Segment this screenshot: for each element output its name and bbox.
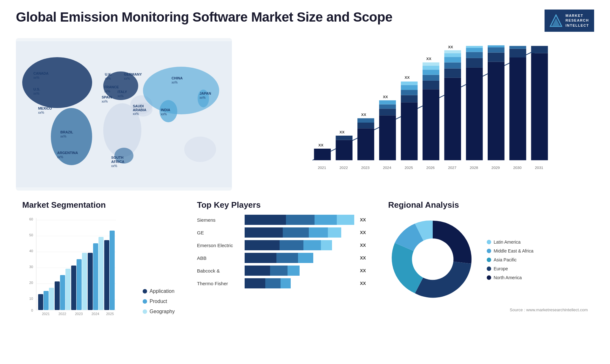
- map-label-argentina: ARGENTINA: [57, 151, 78, 155]
- dot-europe: [487, 266, 491, 271]
- svg-rect-37: [336, 136, 353, 140]
- player-row-siemens: Siemens XX: [197, 215, 366, 225]
- svg-text:xx%: xx%: [38, 111, 44, 114]
- svg-text:2031: 2031: [535, 165, 543, 170]
- dot-asia-pacific: [487, 258, 491, 262]
- map-label-france: FRANCE: [104, 85, 119, 89]
- svg-rect-60: [423, 75, 439, 81]
- legend-latin-america: Latin America: [487, 239, 533, 245]
- svg-rect-71: [444, 50, 461, 53]
- svg-point-8: [143, 67, 219, 114]
- label-middle-east: Middle East & Africa: [494, 248, 533, 253]
- svg-text:xx%: xx%: [133, 112, 139, 116]
- svg-text:xx%: xx%: [33, 92, 39, 95]
- svg-rect-52: [401, 95, 418, 103]
- dot-latin-america: [487, 240, 491, 244]
- player-row-babcock: Babcock & XX: [197, 266, 366, 276]
- label-asia-pacific: Asia Pacific: [494, 257, 517, 262]
- player-bar-siemens: [245, 215, 354, 225]
- map-label-india: INDIA: [161, 108, 170, 112]
- legend-application: Application: [143, 288, 175, 294]
- legend-dot-application: [143, 289, 147, 293]
- player-row-thermo: Thermo Fisher XX: [197, 278, 366, 288]
- svg-point-3: [22, 57, 92, 108]
- svg-rect-54: [401, 85, 418, 90]
- svg-rect-63: [423, 63, 439, 66]
- svg-text:xx%: xx%: [111, 164, 117, 168]
- svg-rect-45: [379, 115, 396, 160]
- logo-icon: [550, 14, 562, 27]
- logo-line3: INTELLECT: [566, 23, 589, 28]
- regional-section: Regional Analysis: [382, 197, 594, 337]
- svg-rect-89: [509, 46, 526, 49]
- svg-text:xx%: xx%: [104, 90, 110, 93]
- svg-text:2026: 2026: [426, 165, 435, 170]
- svg-rect-127: [104, 240, 109, 310]
- svg-text:20: 20: [29, 281, 33, 285]
- svg-rect-36: [336, 140, 353, 160]
- legend-dot-geography: [143, 309, 147, 314]
- svg-text:xx%: xx%: [200, 96, 206, 99]
- svg-rect-68: [444, 63, 461, 69]
- segmentation-section: Market Segmentation 60 50 40 30 20 10 0: [16, 197, 181, 337]
- donut-svg: [388, 215, 477, 304]
- svg-text:AFRICA: AFRICA: [111, 160, 125, 164]
- svg-text:2023: 2023: [361, 165, 370, 170]
- svg-text:xx%: xx%: [124, 77, 130, 80]
- segmentation-title: Market Segmentation: [22, 200, 175, 210]
- player-name-thermo: Thermo Fisher: [197, 281, 241, 286]
- donut-chart: [388, 215, 477, 305]
- svg-rect-81: [488, 62, 505, 160]
- svg-text:2022: 2022: [340, 165, 348, 170]
- legend-geography: Geography: [143, 309, 175, 314]
- map-label-uk: U.K.: [105, 72, 112, 76]
- bar-chart-container: XX 2021 XX 2022 XX 2023 XX 2024: [241, 38, 594, 191]
- svg-rect-62: [423, 66, 439, 70]
- label-latin-america: Latin America: [494, 239, 521, 245]
- map-label-south-africa: SOUTH: [111, 156, 124, 159]
- svg-text:XX: XX: [470, 44, 475, 45]
- player-row-abb: ABB XX: [197, 253, 366, 263]
- player-value-abb: XX: [360, 255, 366, 260]
- segmentation-legend: Application Product Geography: [143, 288, 175, 318]
- svg-text:2024: 2024: [92, 312, 99, 316]
- svg-rect-76: [466, 52, 483, 58]
- segmentation-content: 60 50 40 30 20 10 0: [22, 215, 175, 318]
- player-value-thermo: XX: [360, 281, 366, 286]
- header: Global Emission Monitoring Software Mark…: [16, 10, 594, 32]
- svg-rect-70: [444, 53, 461, 57]
- logo-area: MARKET RESEARCH INTELLECT: [545, 10, 594, 32]
- svg-text:2025: 2025: [106, 312, 114, 316]
- svg-rect-78: [466, 46, 483, 48]
- svg-rect-83: [488, 47, 505, 52]
- svg-text:60: 60: [29, 217, 33, 221]
- logo-line1: MARKET: [566, 13, 589, 18]
- player-row-ge: GE XX: [197, 227, 366, 238]
- legend-europe: Europe: [487, 266, 533, 271]
- svg-text:xx%: xx%: [33, 76, 39, 79]
- svg-text:2023: 2023: [75, 312, 83, 316]
- legend-dot-product: [143, 299, 147, 304]
- svg-text:2024: 2024: [383, 165, 391, 170]
- svg-rect-61: [423, 70, 439, 75]
- svg-text:xx%: xx%: [118, 94, 124, 98]
- label-europe: Europe: [494, 266, 508, 271]
- svg-rect-53: [401, 90, 418, 95]
- player-name-abb: ABB: [197, 255, 241, 261]
- svg-text:2021: 2021: [318, 165, 326, 170]
- svg-text:2025: 2025: [405, 165, 413, 170]
- svg-rect-82: [488, 53, 505, 62]
- dot-north-america: [487, 275, 491, 280]
- svg-rect-124: [93, 243, 98, 310]
- logo-line2: RESEARCH: [566, 18, 589, 23]
- label-north-america: North America: [494, 275, 522, 280]
- svg-rect-120: [77, 259, 82, 310]
- map-label-canada: CANADA: [33, 71, 49, 75]
- map-label-brazil: BRAZIL: [60, 130, 73, 134]
- svg-rect-116: [60, 275, 65, 310]
- svg-text:XX: XX: [318, 143, 323, 147]
- regional-legend: Latin America Middle East & Africa Asia …: [487, 239, 533, 280]
- player-value-ge: XX: [360, 230, 366, 235]
- map-label-saudi: SAUDI: [133, 104, 144, 108]
- player-row-emerson: Emerson Electric XX: [197, 240, 366, 250]
